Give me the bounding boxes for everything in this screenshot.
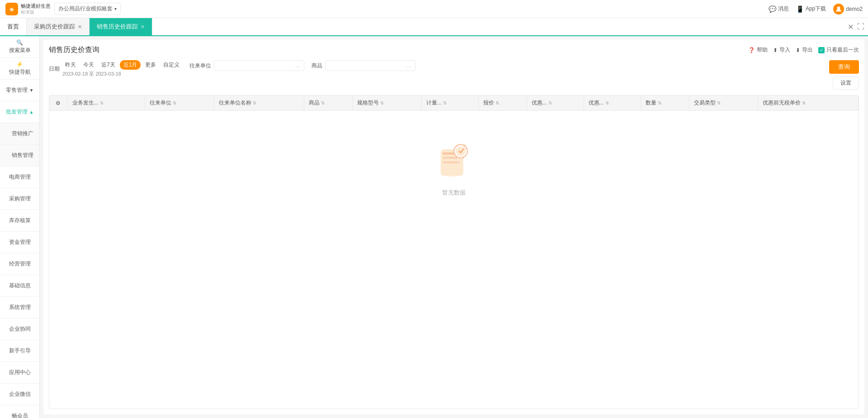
date-btn-custom[interactable]: 自定义 bbox=[160, 60, 182, 70]
only-last-check[interactable]: ✓ 只看最后一次 bbox=[818, 46, 859, 54]
sales-tab-label: 销售历史价跟踪 bbox=[97, 23, 138, 31]
sidebar-item-sales-mgmt[interactable]: 销售管理 bbox=[0, 145, 39, 166]
partner-filter-input[interactable]: ... bbox=[214, 60, 304, 71]
sidebar: 🔍 搜索菜单 ⚡ 快捷导航 零售管理 ▼ 批发管理 ▲ 营销推广 销售管理 电商… bbox=[0, 36, 40, 418]
date-btn-today[interactable]: 今天 bbox=[80, 60, 97, 70]
page-title: 销售历史价查询 bbox=[49, 45, 99, 55]
retail-mgmt-label: 零售管理 bbox=[6, 86, 28, 94]
sidebar-item-wholesale-mgmt[interactable]: 批发管理 ▲ bbox=[0, 101, 39, 123]
svg-point-10 bbox=[463, 144, 466, 147]
page-title-bar: 销售历史价查询 ❓ 帮助 ⬆ 导入 ⬇ 导出 ✓ bbox=[49, 45, 859, 55]
export-icon: ⬇ bbox=[796, 47, 800, 53]
tab-sales-history[interactable]: 销售历史价跟踪 ✕ bbox=[90, 18, 152, 35]
import-action[interactable]: ⬆ 导入 bbox=[773, 46, 790, 54]
col-spec[interactable]: 规格型号 ⇅ bbox=[352, 95, 421, 111]
app-selector[interactable]: 办公用品行业模拟账套 ▾ bbox=[54, 3, 121, 15]
app-name: 办公用品行业模拟账套 bbox=[58, 5, 113, 13]
sidebar-item-member[interactable]: 畅会员 bbox=[0, 405, 39, 418]
only-last-checkbox[interactable]: ✓ bbox=[818, 47, 825, 53]
logo-icon: 畅 bbox=[5, 3, 18, 15]
sidebar-item-enterprise-coop[interactable]: 企业协同 bbox=[0, 318, 39, 340]
sort-icon-partner-code: ⇅ bbox=[173, 100, 176, 105]
col-partner-code[interactable]: 往来单位 ⇅ bbox=[145, 95, 214, 111]
partner-input-more: ... bbox=[296, 62, 300, 69]
col-biz-date[interactable]: 业务发生... ⇅ bbox=[67, 95, 145, 111]
sidebar-item-beginner-guide[interactable]: 新手引导 bbox=[0, 340, 39, 362]
col-discount2[interactable]: 优惠... ⇅ bbox=[584, 95, 641, 111]
sort-icon-discount1: ⇅ bbox=[548, 100, 552, 105]
date-btns: 昨天 今天 近7天 近1月 更多 自定义 bbox=[62, 60, 182, 70]
partner-filter-label: 往来单位 bbox=[189, 62, 211, 70]
sidebar-item-app-center[interactable]: 应用中心 bbox=[0, 362, 39, 384]
product-filter-input[interactable]: ... bbox=[325, 60, 415, 71]
date-btn-yesterday[interactable]: 昨天 bbox=[62, 60, 79, 70]
purchase-tab-close[interactable]: ✕ bbox=[78, 24, 82, 30]
product-filter-group: 商品 ... bbox=[311, 60, 415, 71]
basic-info-label: 基础信息 bbox=[9, 282, 31, 290]
help-label: 帮助 bbox=[757, 46, 768, 54]
only-last-label: 只看最后一次 bbox=[826, 46, 859, 54]
sidebar-item-quick-nav[interactable]: ⚡ 快捷导航 bbox=[0, 58, 39, 80]
col-unit[interactable]: 计量... ⇅ bbox=[421, 95, 478, 111]
sort-icon-quote: ⇅ bbox=[495, 100, 499, 105]
import-icon: ⬆ bbox=[773, 47, 778, 53]
sort-icon-unit: ⇅ bbox=[443, 100, 447, 105]
date-btn-more[interactable]: 更多 bbox=[142, 60, 159, 70]
col-settings[interactable]: ⚙ bbox=[49, 95, 67, 111]
date-range: 2023-02-18 至 2023-03-18 bbox=[62, 71, 182, 77]
table-header-row: ⚙ 业务发生... ⇅ 往来单位 bbox=[49, 95, 859, 111]
user-avatar-action[interactable]: demo2 bbox=[833, 4, 863, 14]
import-label: 导入 bbox=[779, 46, 790, 54]
col-partner-name[interactable]: 往来单位名称 ⇅ bbox=[214, 95, 304, 111]
date-btn-1month[interactable]: 近1月 bbox=[120, 60, 141, 70]
data-table: ⚙ 业务发生... ⇅ 往来单位 bbox=[49, 95, 859, 111]
tab-purchase-history[interactable]: 采购历史价跟踪 ✕ bbox=[27, 18, 90, 35]
tab-home[interactable]: 首页 bbox=[0, 18, 27, 35]
sidebar-item-basic-info[interactable]: 基础信息 bbox=[0, 275, 39, 297]
empty-state: 暂无数据 bbox=[49, 111, 859, 224]
sidebar-item-marketing[interactable]: 营销推广 bbox=[0, 123, 39, 145]
top-header: 畅 畅捷通好生意 标准版 办公用品行业模拟账套 ▾ 💬 消息 📱 App下载 d… bbox=[0, 0, 868, 18]
logo-text: 畅捷通好生意 标准版 bbox=[21, 3, 51, 15]
close-tab-btn[interactable]: ✕ bbox=[848, 23, 854, 31]
col-quantity[interactable]: 数量 ⇅ bbox=[641, 95, 689, 111]
sidebar-item-ecommerce-mgmt[interactable]: 电商管理 bbox=[0, 166, 39, 188]
ecommerce-mgmt-label: 电商管理 bbox=[9, 173, 31, 181]
export-action[interactable]: ⬇ 导出 bbox=[796, 46, 813, 54]
sort-icon-trade-type: ⇅ bbox=[717, 100, 721, 105]
sidebar-item-system-mgmt[interactable]: 系统管理 bbox=[0, 297, 39, 318]
sidebar-item-purchase-mgmt[interactable]: 采购管理 bbox=[0, 188, 39, 210]
page-title-actions: ❓ 帮助 ⬆ 导入 ⬇ 导出 ✓ 只看最后一次 bbox=[748, 46, 859, 54]
sales-tab-close[interactable]: ✕ bbox=[141, 24, 145, 30]
app-download-action[interactable]: 📱 App下载 bbox=[796, 5, 826, 13]
col-discount1[interactable]: 优惠... ⇅ bbox=[527, 95, 584, 111]
sidebar-item-business-mgmt[interactable]: 经营管理 bbox=[0, 253, 39, 275]
enterprise-wechat-label: 企业微信 bbox=[9, 390, 31, 398]
app-center-label: 应用中心 bbox=[9, 369, 31, 376]
sidebar-item-inventory-check[interactable]: 库存核算 bbox=[0, 210, 39, 232]
message-action[interactable]: 💬 消息 bbox=[769, 5, 789, 13]
query-button[interactable]: 查询 bbox=[829, 60, 859, 74]
col-pretax-price[interactable]: 优惠前无税单价 ⇅ bbox=[758, 95, 859, 111]
main-layout: 🔍 搜索菜单 ⚡ 快捷导航 零售管理 ▼ 批发管理 ▲ 营销推广 销售管理 电商… bbox=[0, 36, 868, 418]
sidebar-item-enterprise-wechat[interactable]: 企业微信 bbox=[0, 384, 39, 405]
search-menu-label: 搜索菜单 bbox=[9, 47, 31, 54]
maximize-tab-btn[interactable]: ⛶ bbox=[857, 23, 864, 31]
col-product[interactable]: 商品 ⇅ bbox=[304, 95, 352, 111]
sidebar-item-search-menu[interactable]: 🔍 搜索菜单 bbox=[0, 36, 39, 58]
help-action[interactable]: ❓ 帮助 bbox=[748, 46, 768, 54]
sort-icon-partner-name: ⇅ bbox=[253, 100, 256, 105]
settings-button[interactable]: 设置 bbox=[833, 76, 859, 90]
date-btn-7days[interactable]: 近7天 bbox=[99, 60, 118, 70]
partner-filter-group: 往来单位 ... bbox=[189, 60, 304, 71]
tab-bar: 首页 采购历史价跟踪 ✕ 销售历史价跟踪 ✕ ✕ ⛶ bbox=[0, 18, 868, 36]
col-quote[interactable]: 报价 ⇅ bbox=[478, 95, 527, 111]
finance-mgmt-label: 资金管理 bbox=[9, 238, 31, 246]
sidebar-item-retail-mgmt[interactable]: 零售管理 ▼ bbox=[0, 80, 39, 101]
sidebar-item-finance-mgmt[interactable]: 资金管理 bbox=[0, 232, 39, 253]
col-trade-type[interactable]: 交易类型 ⇅ bbox=[689, 95, 758, 111]
marketing-label: 营销推广 bbox=[12, 130, 33, 138]
empty-text: 暂无数据 bbox=[442, 189, 466, 197]
purchase-tab-label: 采购历史价跟踪 bbox=[34, 23, 75, 31]
date-filters: 昨天 今天 近7天 近1月 更多 自定义 2023-02-18 至 2023-0… bbox=[62, 60, 182, 77]
